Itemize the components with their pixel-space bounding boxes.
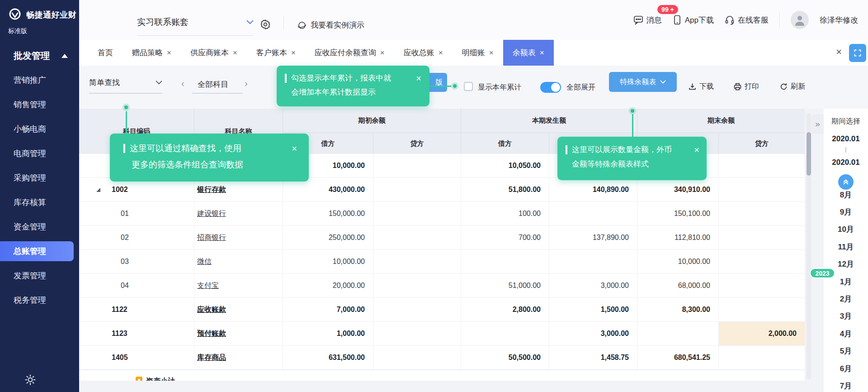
online-service-button[interactable]: 在线客服 [725, 15, 769, 25]
month-item-10月[interactable]: 10月 [824, 221, 868, 238]
sidebar-item-label: 销售管理 [14, 99, 46, 110]
sidebar-settings-gear-icon[interactable] [24, 374, 36, 386]
cell-current-credit: 1,458.75 [549, 346, 637, 370]
cell-ending-debit: 68,000.00 [637, 274, 719, 298]
month-item-5月[interactable]: 5月 [824, 343, 868, 360]
cell-name: 应收账款 [194, 298, 283, 322]
tab-close-icon[interactable]: × [439, 48, 443, 57]
sidebar-item-label: 总账管理 [0, 246, 46, 257]
account-name-link[interactable]: 银行存款 [197, 185, 226, 195]
tab-close-icon[interactable]: × [540, 48, 544, 57]
chevron-down-icon [156, 81, 162, 85]
account-name-link[interactable]: 招商银行 [197, 233, 226, 243]
tab-label: 赠品策略 [132, 48, 163, 58]
cell-current-debit: 700.00 [461, 226, 549, 250]
report-toolbar: 简单查找 ‹ 全部科目 › 版 显示本年累计 全部展开 特殊余额表 下载 [79, 66, 868, 109]
tab-close-icon[interactable]: × [233, 48, 237, 57]
expand-triangle-icon[interactable] [96, 188, 100, 192]
sidebar-item-11[interactable]: 税务管理 [0, 288, 79, 312]
tab-close-icon[interactable]: × [167, 48, 171, 57]
tab-6[interactable]: 应收总账× [394, 40, 453, 66]
period-to[interactable]: 2020.01 [824, 158, 868, 167]
account-name-link[interactable]: 支付宝 [197, 281, 219, 291]
special-balance-table-button[interactable]: 特殊余额表 [609, 72, 677, 92]
search-mode-dropdown[interactable]: 简单查找 [89, 77, 162, 88]
tab-label: 供应商账本 [190, 48, 229, 58]
collapse-panel-handle[interactable]: » [811, 114, 824, 134]
cell-current-debit [461, 322, 549, 346]
code-text: 1002 [112, 186, 128, 194]
tab-5[interactable]: 应收应付余额查询× [305, 40, 394, 66]
sidebar-item-5[interactable]: 电商管理 [0, 141, 79, 166]
month-item-4月[interactable]: 4月 [824, 325, 868, 342]
sidebar-item-1[interactable]: 批发管理 [0, 43, 79, 68]
sidebar-item-label: 批发管理 [14, 50, 50, 62]
chevron-down-icon [660, 80, 666, 84]
account-set-selector[interactable]: 实习联系账套 [137, 16, 254, 36]
sidebar-item-4[interactable]: 小畅电商 [0, 117, 79, 141]
account-name-link[interactable]: 微信 [197, 257, 212, 267]
account-name-link[interactable]: 应收账款 [197, 305, 226, 315]
tab-3[interactable]: 供应商账本× [181, 40, 247, 66]
avatar[interactable] [791, 11, 809, 29]
sidebar-item-9[interactable]: 总账管理 [0, 239, 79, 263]
tab-close-icon[interactable]: × [380, 48, 385, 57]
print-button[interactable]: 打印 [734, 82, 759, 91]
prev-subject-arrow[interactable]: ‹ [181, 78, 184, 89]
corner-expand-button[interactable] [849, 44, 866, 62]
caret-up-icon [61, 54, 68, 58]
tab-4[interactable]: 客户账本× [247, 40, 305, 66]
cell-opening-credit [373, 346, 461, 370]
sidebar-menu: 批发管理营销推广销售管理小畅电商电商管理采购管理库存核算资金管理总账管理发票管理… [0, 43, 79, 312]
download-button[interactable]: 下载 [689, 82, 714, 91]
table-partial-row: 资产小计 [79, 370, 805, 381]
sidebar-item-7[interactable]: 库存核算 [0, 190, 79, 215]
tab-close-icon[interactable]: × [489, 48, 494, 57]
coach-tooltip-search: 这里可以通过精确查找，使用 × 更多的筛选条件组合查询数据 [110, 134, 309, 182]
expand-all-toggle[interactable] [540, 82, 561, 93]
tab-close-icon[interactable]: × [291, 48, 296, 57]
close-icon[interactable]: × [416, 74, 421, 83]
month-item-8月[interactable]: 8月 [824, 186, 868, 203]
cell-code: 04 [79, 274, 194, 298]
sidebar-item-3[interactable]: 销售管理 [0, 92, 79, 117]
period-from[interactable]: 2020.01 [824, 134, 868, 143]
expand-icon [854, 49, 862, 57]
tab-7[interactable]: 明细账× [453, 40, 503, 66]
quote-bar [566, 145, 567, 154]
sidebar-item-10[interactable]: 发票管理 [0, 263, 79, 288]
cell-ending-debit: 112,810.00 [637, 226, 719, 250]
month-item-7月[interactable]: 7月 [824, 377, 868, 392]
settings-gear-icon[interactable] [260, 19, 271, 30]
month-item-2月[interactable]: 2月 [824, 290, 868, 307]
close-icon[interactable]: × [694, 145, 699, 154]
vertical-scrollbar-thumb[interactable] [807, 132, 811, 176]
account-name-link[interactable]: 建设银行 [197, 209, 226, 219]
close-icon[interactable]: × [836, 47, 842, 57]
month-item-6月[interactable]: 6月 [824, 360, 868, 377]
month-item-3月[interactable]: 3月 [824, 308, 868, 325]
month-item-9月[interactable]: 9月 [824, 203, 868, 220]
cell-ending-credit [719, 154, 805, 178]
username[interactable]: 徐泽华修改 [820, 15, 858, 25]
account-set-name: 实习联系账套 [137, 16, 189, 28]
sidebar-item-2[interactable]: 营销推广 [0, 68, 79, 92]
account-name-link[interactable]: 预付账款 [197, 329, 226, 339]
show-ytd-checkbox[interactable] [464, 82, 473, 91]
sidebar-item-6[interactable]: 采购管理 [0, 166, 79, 190]
next-subject-arrow[interactable]: › [245, 78, 248, 89]
close-icon[interactable]: × [292, 144, 297, 153]
subject-filter[interactable]: 全部科目 [198, 79, 228, 90]
refresh-button[interactable]: 刷新 [780, 82, 805, 91]
sidebar-item-8[interactable]: 资金管理 [0, 215, 79, 239]
month-item-11月[interactable]: 11月 [824, 238, 868, 255]
account-name-link[interactable]: 库存商品 [197, 353, 226, 363]
messages-button[interactable]: 99 + 消息 [633, 15, 662, 25]
app-download-button[interactable]: App下载 [673, 15, 714, 25]
tab-1[interactable]: 首页 [88, 40, 123, 66]
download-icon [689, 83, 696, 91]
cell-opening-credit [373, 178, 461, 202]
tab-2[interactable]: 赠品策略× [123, 40, 181, 66]
tab-8[interactable]: 余额表× [503, 40, 554, 66]
demo-link[interactable]: 我要看实例演示 [297, 20, 364, 30]
